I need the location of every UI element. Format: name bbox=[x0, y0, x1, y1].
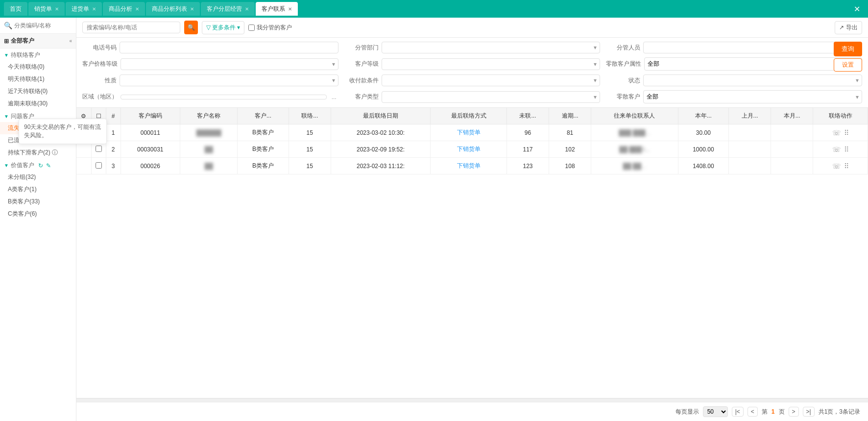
filter-nature-select[interactable]: ▾ bbox=[120, 74, 338, 86]
tab-analysis-list-close[interactable]: ✕ bbox=[190, 6, 194, 12]
collapse-icon: « bbox=[69, 38, 72, 44]
action-phone-icon-2[interactable]: ☏ bbox=[832, 146, 841, 153]
last-method-link-1[interactable]: 下销货单 bbox=[457, 129, 481, 136]
sidebar-group-value[interactable]: ▼ 价值客户 ↻ ✎ bbox=[0, 159, 76, 171]
close-all-tabs-button[interactable]: ✕ bbox=[850, 4, 864, 14]
col-header-type[interactable]: 客户... bbox=[238, 108, 289, 124]
export-button[interactable]: ↗ 导出 bbox=[835, 21, 862, 34]
action-phone-icon-1[interactable]: ☏ bbox=[832, 129, 841, 137]
cell-last-method-3[interactable]: 下销货单 bbox=[431, 158, 507, 174]
filter-region-select[interactable] bbox=[121, 95, 327, 99]
sidebar-item-class-b[interactable]: B类客户(33) bbox=[0, 196, 76, 208]
filter-customer-level-select[interactable]: ▾ bbox=[382, 58, 601, 70]
filter-scatter-attr-select[interactable]: 全部 ▾ bbox=[644, 57, 862, 71]
tab-analysis[interactable]: 商品分析 ✕ bbox=[103, 2, 145, 16]
filter-search-input[interactable] bbox=[82, 22, 180, 33]
col-header-overdue[interactable]: 逾期... bbox=[549, 108, 591, 124]
sidebar-item-overdue[interactable]: 逾期未联络(30) bbox=[0, 98, 76, 110]
filter-panel-actions: 查询 设置 bbox=[834, 42, 862, 72]
action-more-icon-3[interactable]: ⠿ bbox=[844, 162, 849, 170]
row-checkbox-3[interactable] bbox=[96, 162, 102, 169]
tab-customer-segment[interactable]: 客户分层经营 ✕ bbox=[201, 2, 255, 16]
sidebar-item-declining[interactable]: 持续下滑客户(2) ⓘ bbox=[0, 147, 76, 159]
cell-last-method-2[interactable]: 下销货单 bbox=[431, 141, 507, 158]
tab-analysis-close[interactable]: ✕ bbox=[135, 6, 139, 12]
row-checkbox-2[interactable] bbox=[96, 146, 102, 152]
filter-scatter-select[interactable]: 全部 ▾ bbox=[643, 90, 862, 103]
filter-status-select[interactable]: ▾ bbox=[643, 74, 862, 86]
tab-sales[interactable]: 销货单 ✕ bbox=[28, 2, 65, 16]
tab-purchase-close[interactable]: ✕ bbox=[92, 6, 96, 12]
cell-last-month-1 bbox=[729, 124, 771, 141]
edit-icon[interactable]: ✎ bbox=[46, 162, 51, 169]
table-row: 3 000026 ██ B类客户 15 2023-02-03 11:12: 下销… bbox=[76, 158, 868, 174]
tab-customer-contact-close[interactable]: ✕ bbox=[288, 6, 292, 12]
action-phone-icon-3[interactable]: ☏ bbox=[832, 162, 841, 170]
filter-dept-select[interactable]: ▾ bbox=[382, 42, 601, 53]
query-button[interactable]: 查询 bbox=[834, 42, 862, 56]
sidebar-item-7days[interactable]: 近7天待联络(0) bbox=[0, 85, 76, 98]
region-more-dots[interactable]: ... bbox=[330, 94, 338, 100]
col-header-uncontacted[interactable]: 未联... bbox=[506, 108, 549, 124]
cell-check-3[interactable] bbox=[91, 158, 106, 174]
last-page-button[interactable]: >| bbox=[803, 407, 815, 417]
grid-icon: ⊞ bbox=[4, 38, 9, 45]
cell-code-3: 000026 bbox=[121, 158, 180, 174]
tab-analysis-list-label: 商品分析列表 bbox=[152, 5, 187, 13]
tab-purchase[interactable]: 进货单 ✕ bbox=[66, 2, 102, 16]
sidebar-search-input[interactable] bbox=[14, 22, 76, 29]
my-customers-checkbox[interactable]: 我分管的客户 bbox=[248, 24, 292, 32]
settings-button[interactable]: 设置 bbox=[834, 58, 862, 72]
per-page-select[interactable]: 50 20 100 bbox=[703, 406, 728, 417]
next-page-button[interactable]: > bbox=[789, 407, 799, 417]
tab-home[interactable]: 首页 bbox=[4, 2, 27, 16]
sidebar-item-class-c[interactable]: C类客户(6) bbox=[0, 208, 76, 220]
filter-person-select[interactable]: ▾ bbox=[643, 42, 850, 53]
sidebar: 🔍 ⊞ 全部客户 « ▼ 待联络客户 今天待联络(0) 明天待联络(1) 近7天… bbox=[0, 18, 76, 421]
more-conditions-button[interactable]: ▽ 更多条件 ▾ bbox=[202, 21, 244, 34]
action-more-icon-1[interactable]: ⠿ bbox=[844, 129, 849, 137]
filter-price-level-select[interactable]: ▾ bbox=[121, 58, 338, 70]
cell-type-1: B类客户 bbox=[238, 124, 289, 141]
tab-customer-segment-close[interactable]: ✕ bbox=[245, 6, 249, 12]
col-header-contact-person[interactable]: 往来单位联系人 bbox=[591, 108, 678, 124]
my-customers-check-input[interactable] bbox=[248, 25, 255, 31]
table-row: 2 00030031 ██ B类客户 15 2023-02-09 19:52: … bbox=[76, 141, 868, 158]
filter-payment-select[interactable]: ▾ bbox=[382, 74, 601, 86]
sidebar-item-today[interactable]: 今天待联络(0) bbox=[0, 61, 76, 73]
sidebar-group-waiting[interactable]: ▼ 待联络客户 bbox=[0, 49, 76, 61]
cell-last-method-1[interactable]: 下销货单 bbox=[431, 124, 507, 141]
per-page-label: 每页显示 bbox=[675, 408, 699, 416]
cell-this-year-3: 1408.00 bbox=[678, 158, 728, 174]
scroll-indicator[interactable] bbox=[76, 398, 868, 402]
main-layout: 🔍 ⊞ 全部客户 « ▼ 待联络客户 今天待联络(0) 明天待联络(1) 近7天… bbox=[0, 18, 868, 421]
col-header-this-year[interactable]: 本年... bbox=[678, 108, 728, 124]
filter-search-button[interactable]: 🔍 bbox=[184, 21, 198, 34]
sidebar-all-customers[interactable]: ⊞ 全部客户 « bbox=[0, 34, 76, 49]
col-header-last-date[interactable]: 最后联络日期 bbox=[331, 108, 430, 124]
last-method-link-3[interactable]: 下销货单 bbox=[457, 162, 481, 169]
sidebar-item-tomorrow[interactable]: 明天待联络(1) bbox=[0, 73, 76, 85]
col-header-last-method[interactable]: 最后联络方式 bbox=[431, 108, 507, 124]
refresh-icon[interactable]: ↻ bbox=[38, 162, 43, 169]
col-header-code[interactable]: 客户编码 bbox=[121, 108, 180, 124]
cell-this-year-1: 30.00 bbox=[678, 124, 728, 141]
action-more-icon-2[interactable]: ⠿ bbox=[844, 146, 849, 153]
first-page-button[interactable]: |< bbox=[732, 407, 744, 417]
tab-bar: 首页 销货单 ✕ 进货单 ✕ 商品分析 ✕ 商品分析列表 ✕ 客户分层经营 ✕ … bbox=[0, 0, 868, 18]
col-header-this-month[interactable]: 本月... bbox=[771, 108, 813, 124]
sidebar-item-ungrouped[interactable]: 未分组(32) bbox=[0, 171, 76, 183]
tab-sales-close[interactable]: ✕ bbox=[55, 6, 59, 12]
tab-analysis-list[interactable]: 商品分析列表 ✕ bbox=[146, 2, 200, 16]
prev-page-button[interactable]: < bbox=[747, 407, 758, 417]
col-header-last-month[interactable]: 上月... bbox=[729, 108, 771, 124]
tab-customer-contact[interactable]: 客户联系 ✕ bbox=[256, 2, 298, 16]
filter-phone-input[interactable] bbox=[120, 42, 338, 53]
filter-customer-type-select[interactable]: ▾ bbox=[382, 91, 601, 103]
sidebar-item-class-a[interactable]: A类客户(1) bbox=[0, 183, 76, 196]
table-wrapper[interactable]: ⚙ ☐ # 客户编码 客户名称 客户... 联络... 最后联络日期 最后联络方… bbox=[76, 108, 868, 398]
cell-num-1: 1 bbox=[106, 124, 121, 141]
col-header-name[interactable]: 客户名称 bbox=[180, 108, 238, 124]
last-method-link-2[interactable]: 下销货单 bbox=[457, 146, 481, 152]
col-header-contact[interactable]: 联络... bbox=[289, 108, 331, 124]
